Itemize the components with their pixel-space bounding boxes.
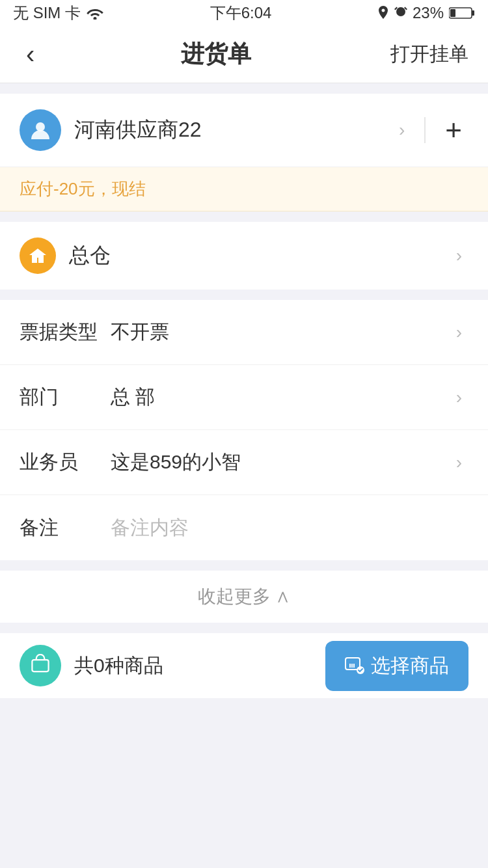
collapse-row[interactable]: 收起更多 ∧ [0,571,488,623]
department-chevron: › [456,387,462,408]
status-bar: 无 SIM 卡 下午6:04 23% [0,0,488,26]
user-icon [29,118,52,142]
salesman-row[interactable]: 业务员 这是859的小智 › [0,430,488,495]
select-btn-label: 选择商品 [371,653,449,679]
svg-rect-4 [32,660,48,671]
invoice-type-label: 票据类型 [20,319,98,346]
notice-bar: 应付-20元，现结 [0,167,488,211]
location-icon [377,6,389,20]
no-sim-label: 无 SIM 卡 [13,3,81,23]
department-label: 部门 [20,384,98,411]
remark-input[interactable]: 备注内容 [98,515,468,541]
salesman-chevron: › [456,452,462,473]
department-row[interactable]: 部门 总 部 › [0,365,488,430]
nav-bar: ‹ 进货单 打开挂单 [0,26,488,83]
open-pending-button[interactable]: 打开挂单 [390,41,468,68]
supplier-chevron-icon: › [399,120,405,141]
select-product-button[interactable]: 选择商品 [325,641,468,691]
product-count-label: 共0种商品 [74,653,325,679]
warehouse-row[interactable]: 总仓 › [0,222,488,290]
bottom-bar: 共0种商品 选择商品 [0,633,488,698]
warehouse-card[interactable]: 总仓 › [0,222,488,290]
svg-point-3 [36,122,45,131]
remark-label: 备注 [20,515,98,541]
invoice-type-row[interactable]: 票据类型 不开票 › [0,300,488,365]
page-title: 进货单 [181,38,251,70]
salesman-label: 业务员 [20,449,98,476]
supplier-row[interactable]: 河南供应商22 › + [0,94,488,167]
warehouse-name: 总仓 [69,241,456,270]
cart-icon [29,654,52,677]
add-supplier-button[interactable]: + [439,114,468,146]
main-content: 河南供应商22 › + 应付-20元，现结 总仓 › 票据类型 不开票 › [0,94,488,868]
battery-icon [449,7,475,20]
select-product-icon [345,657,364,674]
svg-rect-1 [472,10,474,16]
warehouse-icon-circle [20,237,56,274]
svg-rect-2 [450,9,455,17]
salesman-value: 这是859的小智 [98,449,456,476]
notice-text: 应付-20元，现结 [20,179,146,198]
page-spacer [0,698,488,868]
form-card: 票据类型 不开票 › 部门 总 部 › 业务员 这是859的小智 › 备注 备注… [0,300,488,560]
status-time: 下午6:04 [210,3,272,23]
house-icon [28,246,47,265]
supplier-name: 河南供应商22 [74,116,399,144]
battery-label: 23% [413,4,444,22]
status-left: 无 SIM 卡 [13,3,104,23]
remark-row[interactable]: 备注 备注内容 [0,495,488,560]
invoice-type-value: 不开票 [98,319,456,346]
supplier-card: 河南供应商22 › + 应付-20元，现结 [0,94,488,211]
invoice-type-chevron: › [456,322,462,343]
vertical-divider [424,117,426,143]
product-icon-circle [20,645,61,686]
collapse-label: 收起更多 ∧ [198,584,291,609]
department-value: 总 部 [98,384,456,411]
wifi-icon [86,7,104,20]
alarm-icon [394,6,407,20]
supplier-avatar [20,109,61,151]
status-right: 23% [377,4,475,22]
warehouse-chevron-icon: › [456,245,462,266]
back-button[interactable]: ‹ [20,33,41,75]
